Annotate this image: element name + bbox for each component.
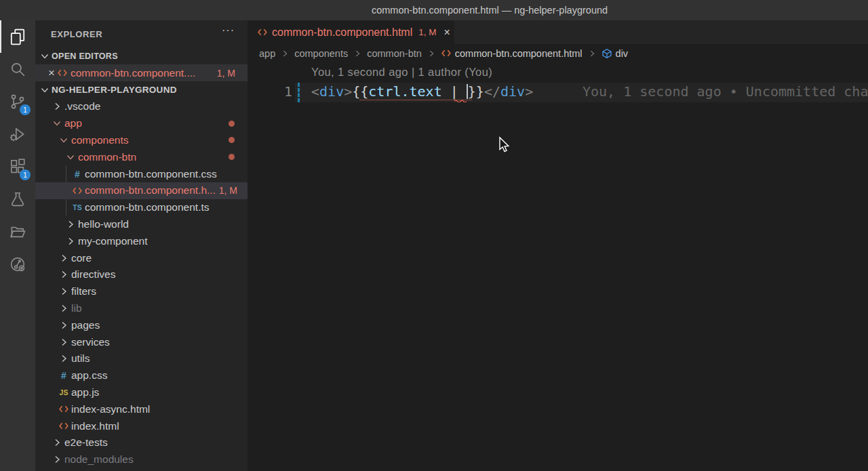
badge: 1 — [20, 104, 31, 115]
breadcrumb-file[interactable]: common-btn.component.html — [455, 48, 583, 59]
breadcrumb-item[interactable]: app — [259, 48, 275, 59]
sidebar-header: EXPLORER ··· — [35, 20, 248, 47]
tree-item-label: index.html — [71, 420, 119, 432]
js-file-icon: JS — [58, 387, 69, 398]
chevron-right-icon — [58, 353, 69, 364]
open-editors-section-header[interactable]: OPEN EDITORS — [35, 47, 248, 64]
activity-item-gitlens[interactable] — [0, 248, 35, 281]
close-icon[interactable]: × — [48, 67, 55, 79]
tab-problems-badge: 1, M — [418, 27, 436, 37]
activity-item-run-debug[interactable] — [0, 118, 35, 150]
tree-folder-components[interactable]: components — [35, 132, 248, 149]
chevron-down-icon — [39, 85, 50, 96]
code-token: </ — [484, 83, 500, 100]
breadcrumb-item[interactable]: components — [294, 48, 348, 59]
code-token: > — [525, 83, 533, 100]
html-file-icon — [58, 421, 69, 432]
css-file-icon: # — [72, 169, 83, 180]
symbol-element-icon — [601, 48, 612, 59]
error-squiggle — [454, 99, 467, 102]
tree-item-label: services — [71, 336, 110, 348]
chevron-right-icon — [65, 219, 76, 230]
tree-folder-common-btn[interactable]: common-btn — [35, 148, 248, 165]
tree-file-common-btn-component-h-[interactable]: common-btn.component.h...1, M — [35, 182, 248, 199]
inline-blame-annotation: You, 1 second ago • Uncommitted cha — [583, 83, 868, 100]
chevron-down-icon — [39, 51, 50, 62]
explorer-sidebar: EXPLORER ··· OPEN EDITORS × common-btn.c… — [35, 20, 248, 471]
code-token: ctrl.text — [368, 83, 441, 100]
flask-icon — [9, 190, 26, 208]
tree-item-label: e2e-tests — [64, 436, 108, 449]
tree-folder-core[interactable]: core — [35, 249, 248, 266]
tab-common-btn-component-html[interactable]: common-btn.component.html 1, M × — [248, 20, 454, 44]
code-token: < — [311, 83, 319, 100]
tree-folder-app[interactable]: app — [35, 115, 248, 132]
tree-item-label: filters — [71, 285, 96, 298]
mouse-cursor — [496, 136, 512, 157]
sidebar-title: EXPLORER — [51, 29, 102, 39]
tab-label: common-btn.component.html — [272, 26, 412, 39]
breadcrumb-item[interactable]: common-btn — [367, 48, 422, 59]
breadcrumb-symbol[interactable]: div — [616, 48, 629, 59]
chevron-right-icon — [58, 269, 69, 280]
error-dot-badge — [229, 121, 235, 127]
chevron-right-icon — [58, 286, 69, 297]
more-actions-icon[interactable]: ··· — [222, 24, 235, 37]
chevron-right-icon — [58, 253, 69, 264]
close-icon[interactable]: × — [443, 27, 450, 38]
error-dot-badge — [229, 154, 235, 160]
tree-folder-my-component[interactable]: my-component — [35, 232, 248, 249]
tree-folder--vscode[interactable]: .vscode — [35, 98, 248, 115]
html-file-icon — [441, 48, 452, 59]
problems-modified-badge: 1, M — [217, 68, 235, 79]
tree-folder-e2e-tests[interactable]: e2e-tests — [35, 434, 248, 451]
activity-item-folder[interactable] — [0, 216, 35, 248]
activity-item-source-control[interactable]: 1 — [0, 85, 35, 118]
editor-area: common-btn.component.html 1, M × appcomp… — [248, 20, 868, 471]
codelens-blame[interactable]: You, 1 second ago | 1 author (You) — [311, 66, 492, 79]
tree-folder-hello-world[interactable]: hello-world — [35, 216, 248, 233]
activity-item-extensions[interactable]: 1 — [0, 150, 35, 183]
title-bar: common-btn.component.html — ng-helper-pl… — [0, 0, 868, 20]
tree-item-label: app — [64, 117, 82, 129]
chevron-down-icon — [52, 118, 62, 129]
chevron-right-icon — [65, 236, 76, 247]
activity-item-explorer[interactable] — [0, 20, 35, 53]
code-token: div — [319, 83, 344, 100]
code-line-1[interactable]: 1 <div>{{ctrl.text | }}</div> You, 1 sec… — [248, 83, 868, 102]
tree-file-common-btn-component-ts[interactable]: TScommon-btn.component.ts — [35, 199, 248, 216]
tree-folder-filters[interactable]: filters — [35, 283, 248, 300]
tree-item-label: directives — [71, 268, 115, 281]
activity-item-search[interactable] — [0, 53, 35, 85]
code-token: > — [344, 83, 352, 100]
workspace-section-header[interactable]: NG-HELPER-PLAYGROUND — [35, 81, 248, 98]
activity-bar: 11 — [0, 20, 35, 471]
code-text[interactable]: <div>{{ctrl.text | }}</div> — [311, 83, 533, 100]
tree-folder-utils[interactable]: utils — [35, 350, 248, 367]
breadcrumb: appcomponentscommon-btncommon-btn.compon… — [248, 44, 868, 62]
search-icon — [9, 60, 26, 78]
tree-item-label: app.css — [71, 369, 107, 382]
tree-file-index-html[interactable]: index.html — [35, 417, 248, 434]
tree-item-label: common-btn.component.css — [85, 168, 217, 180]
tab-bar: common-btn.component.html 1, M × — [248, 20, 868, 44]
open-editor-item[interactable]: × common-btn.component.... 1, M — [35, 64, 248, 81]
tree-file-common-btn-component-css[interactable]: #common-btn.component.css — [35, 165, 248, 182]
tree-item-label: hello-world — [78, 218, 129, 230]
tree-file-index-async-html[interactable]: index-async.html — [35, 401, 248, 417]
chevron-right-icon — [52, 101, 62, 112]
folder-icon — [9, 223, 26, 241]
tree-folder-directives[interactable]: directives — [35, 266, 248, 283]
chevron-down-icon — [65, 152, 76, 163]
tree-folder-node-modules[interactable]: node_modules — [35, 451, 248, 468]
tree-file-app-css[interactable]: #app.css — [35, 367, 248, 384]
problems-modified-badge: 1, M — [219, 185, 237, 196]
tree-folder-services[interactable]: services — [35, 333, 248, 350]
tree-item-label: common-btn — [78, 151, 136, 163]
tree-file-app-js[interactable]: JSapp.js — [35, 384, 248, 401]
chevron-down-icon — [58, 135, 69, 146]
chevron-right-icon — [52, 454, 62, 465]
tree-folder-pages[interactable]: pages — [35, 316, 248, 333]
tree-folder-lib[interactable]: lib — [35, 300, 248, 317]
activity-item-testing[interactable] — [0, 183, 35, 216]
